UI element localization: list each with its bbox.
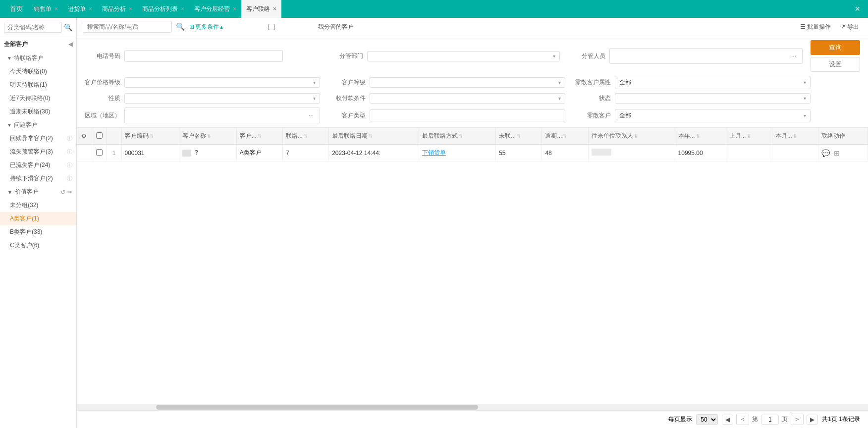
close-customer-contact-tab[interactable]: × bbox=[273, 0, 276, 18]
input-phone[interactable] bbox=[124, 50, 283, 62]
row-action-cell: 💬 ⊞ bbox=[818, 145, 868, 161]
col-customer-name[interactable]: 客户名称 ⇅ bbox=[179, 128, 236, 145]
sidebar-item-churn-warning[interactable]: 流失预警客户(3) ⓘ bbox=[0, 145, 76, 159]
my-customers-checkbox[interactable] bbox=[227, 24, 316, 30]
sidebar-item-ungrouped[interactable]: 未分组(32) bbox=[0, 199, 76, 212]
close-customer-tier-tab[interactable]: × bbox=[233, 0, 236, 18]
sidebar-item-week-pending[interactable]: 近7天待联络(0) bbox=[0, 92, 76, 105]
col-customer-code[interactable]: 客户编码 ⇅ bbox=[121, 128, 179, 145]
nav-tab-customer-contact[interactable]: 客户联络 × bbox=[241, 0, 281, 18]
value-customers-edit-icon[interactable]: ✏ bbox=[67, 189, 72, 196]
value-customers-refresh-icon[interactable]: ↺ bbox=[60, 189, 65, 196]
col-this-month[interactable]: 本月... ⇅ bbox=[772, 128, 818, 145]
filter-icon: ⊞ bbox=[189, 23, 194, 30]
nav-tab-customer-tier[interactable]: 客户分层经营 × bbox=[189, 0, 241, 18]
sidebar-item-declining[interactable]: 持续下滑客户(2) ⓘ bbox=[0, 172, 76, 185]
col-this-year[interactable]: 本年... ⇅ bbox=[675, 128, 726, 145]
close-analysis-list-tab[interactable]: × bbox=[181, 0, 184, 18]
col-customer-type[interactable]: 客户... ⇅ bbox=[236, 128, 282, 145]
select-retail-attr[interactable]: 全部 ▾ bbox=[615, 76, 811, 89]
sidebar-item-churned[interactable]: 已流失客户(24) ⓘ bbox=[0, 159, 76, 172]
per-page-select[interactable]: 50 bbox=[696, 414, 718, 425]
sidebar-search-input[interactable] bbox=[4, 22, 62, 33]
table-row: 1 000031 ? A类客户 7 bbox=[77, 145, 868, 161]
code-sort-icon: ⇅ bbox=[150, 134, 154, 139]
select-nature[interactable]: ▾ bbox=[124, 93, 320, 104]
select-payment[interactable]: ▾ bbox=[370, 93, 565, 104]
row-name-cell: ? bbox=[179, 145, 236, 161]
filter-row-2: 客户价格等级 ▾ 客户等级 ▾ 零散客户属性 bbox=[85, 76, 860, 89]
nav-tab-purchase[interactable]: 进货单 × bbox=[63, 0, 97, 18]
manager-dots-icon[interactable]: ··· bbox=[789, 51, 798, 61]
last-page-btn[interactable]: ▶ bbox=[807, 415, 818, 425]
select-manager[interactable]: ··· bbox=[609, 48, 803, 64]
top-nav: 首页 销售单 × 进货单 × 商品分析 × 商品分析列表 × 客户分层经营 × … bbox=[0, 0, 868, 18]
select-status[interactable]: ▾ bbox=[615, 93, 811, 104]
nav-tab-analysis[interactable]: 商品分析 × bbox=[97, 0, 137, 18]
select-dept[interactable]: ▾ bbox=[367, 51, 560, 61]
label-retail-attr: 零散客户属性 bbox=[575, 78, 615, 87]
region-dots-icon[interactable]: ··· bbox=[307, 110, 316, 121]
sidebar-item-abnormal-repurchase[interactable]: 回购异常客户(2) ⓘ bbox=[0, 132, 76, 145]
close-analysis-tab[interactable]: × bbox=[129, 0, 132, 18]
nav-tab-analysis-list[interactable]: 商品分析列表 × bbox=[137, 0, 189, 18]
sidebar-item-class-b[interactable]: B类客户(33) bbox=[0, 225, 76, 239]
col-last-month[interactable]: 上月... ⇅ bbox=[726, 128, 772, 145]
filter-row-4: 区域（地区） ··· 客户类型 零散客户 全部 ▾ bbox=[85, 107, 860, 123]
abnormal-info-icon: ⓘ bbox=[67, 135, 72, 142]
sidebar-item-overdue-pending[interactable]: 逾期未联络(30) bbox=[0, 105, 76, 118]
last-method-link[interactable]: 下销货单 bbox=[422, 149, 446, 156]
scrollbar-thumb[interactable] bbox=[156, 405, 478, 410]
sidebar-collapse-icon: ◀ bbox=[68, 41, 72, 48]
sidebar-group-problem[interactable]: ▼ 问题客户 bbox=[0, 118, 76, 132]
row-checkbox[interactable] bbox=[96, 149, 103, 156]
col-no-contact[interactable]: 未联... ⇅ bbox=[496, 128, 542, 145]
label-customer-type: 客户类型 bbox=[330, 111, 370, 120]
nav-home[interactable]: 首页 bbox=[4, 0, 29, 18]
row-overdue-cell: 48 bbox=[542, 145, 588, 161]
row-message-icon[interactable]: 💬 bbox=[821, 149, 830, 157]
total-records-label: 共1页 1条记录 bbox=[822, 415, 860, 424]
prev-page-btn[interactable]: ＜ bbox=[736, 414, 749, 425]
select-retail-customer[interactable]: 全部 ▾ bbox=[615, 109, 811, 122]
horizontal-scrollbar[interactable] bbox=[77, 404, 868, 410]
select-all-checkbox[interactable] bbox=[96, 132, 103, 139]
sidebar-group-pending[interactable]: ▼ 待联络客户 bbox=[0, 52, 76, 65]
top-close-btn[interactable]: × bbox=[851, 4, 864, 14]
query-button[interactable]: 查询 bbox=[811, 40, 860, 55]
page-input[interactable] bbox=[761, 415, 779, 425]
my-customers-checkbox-label[interactable]: 我分管的客户 bbox=[227, 23, 354, 31]
input-customer-type[interactable] bbox=[370, 109, 565, 121]
sidebar-all-customers[interactable]: 全部客户 ◀ bbox=[0, 37, 76, 52]
export-btn[interactable]: ↗ 导出 bbox=[838, 21, 862, 33]
select-region[interactable]: ··· bbox=[124, 107, 320, 123]
col-last-date[interactable]: 最后联络日期 ⇅ bbox=[329, 128, 419, 145]
sidebar-search-icon[interactable]: 🔍 bbox=[64, 23, 72, 31]
col-settings[interactable]: ⚙ bbox=[77, 128, 92, 145]
first-page-btn[interactable]: ◀ bbox=[722, 415, 733, 425]
next-page-btn[interactable]: ＞ bbox=[791, 414, 804, 425]
sidebar-item-today-pending[interactable]: 今天待联络(0) bbox=[0, 65, 76, 78]
select-price-grade[interactable]: ▾ bbox=[124, 77, 320, 88]
col-contact-count[interactable]: 联络... ⇅ bbox=[282, 128, 328, 145]
filter-search-icon[interactable]: 🔍 bbox=[176, 22, 185, 31]
col-last-method[interactable]: 最后联络方式 ⇅ bbox=[419, 128, 495, 145]
batch-op-btn[interactable]: ☰ 批量操作 bbox=[797, 21, 834, 33]
sidebar-item-tomorrow-pending[interactable]: 明天待联络(1) bbox=[0, 78, 76, 92]
search-input[interactable] bbox=[83, 21, 172, 33]
col-overdue[interactable]: 逾期... ⇅ bbox=[542, 128, 588, 145]
nav-tab-sales[interactable]: 销售单 × bbox=[29, 0, 63, 18]
close-purchase-tab[interactable]: × bbox=[89, 0, 92, 18]
col-unit-contact[interactable]: 往来单位联系人 ⇅ bbox=[588, 128, 675, 145]
row-qr-icon[interactable]: ⊞ bbox=[834, 149, 840, 157]
row-num-cell: 1 bbox=[107, 145, 121, 161]
row-settings-cell bbox=[77, 145, 92, 161]
sidebar-item-class-a[interactable]: A类客户(1) bbox=[0, 212, 76, 225]
more-filter-btn[interactable]: ⊞ 更多条件 ▴ bbox=[189, 23, 223, 31]
sidebar-item-class-c[interactable]: C类客户(6) bbox=[0, 239, 76, 252]
sidebar-search-area: 🔍 bbox=[0, 18, 76, 37]
export-icon: ↗ bbox=[841, 23, 846, 30]
close-sales-tab[interactable]: × bbox=[54, 0, 58, 18]
settings-button[interactable]: 设置 bbox=[811, 57, 860, 72]
select-customer-grade[interactable]: ▾ bbox=[370, 77, 565, 88]
